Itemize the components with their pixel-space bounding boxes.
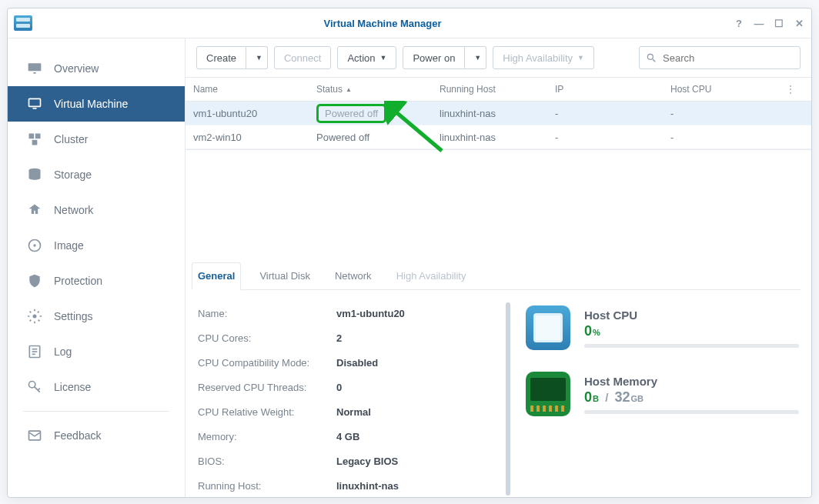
power-dropdown-toggle[interactable]: ▼ (465, 46, 486, 69)
metric-host-cpu: Host CPU 0% (526, 305, 799, 350)
metric-host-memory: Host Memory 0B / 32GB (526, 372, 799, 416)
create-dropdown-toggle[interactable]: ▼ (246, 46, 268, 69)
shield-icon (26, 272, 43, 289)
scrollbar[interactable] (506, 302, 510, 496)
metric-value: 0B / 32GB (584, 389, 799, 406)
create-button[interactable]: Create (196, 46, 246, 69)
table-header-row: Name Status Running Host IP Host CPU ⋮ (186, 78, 811, 102)
vm-table: Name Status Running Host IP Host CPU ⋮ v… (186, 77, 811, 150)
power-button-group: Power on ▼ (403, 46, 486, 69)
cell-name: vm1-ubuntu20 (193, 108, 316, 119)
sidebar: Overview Virtual Machine Cluster Storage… (8, 38, 186, 497)
log-icon (26, 343, 43, 360)
sidebar-item-feedback[interactable]: Feedback (8, 418, 185, 453)
tab-high-availability[interactable]: High Availability (395, 262, 468, 289)
toolbar: Create ▼ Connect Action▼ Power on ▼ High… (186, 38, 811, 77)
caret-down-icon: ▼ (256, 54, 262, 62)
value-memory: 4 GB (336, 431, 359, 442)
sidebar-item-license[interactable]: License (8, 369, 185, 405)
key-icon (26, 379, 43, 396)
metrics-panel: Host CPU 0% Host Memory (526, 301, 799, 497)
svg-rect-3 (33, 108, 37, 109)
sidebar-item-label: Settings (54, 310, 93, 322)
sidebar-item-storage[interactable]: Storage (8, 157, 185, 192)
action-button[interactable]: Action▼ (337, 46, 396, 69)
app-window: Virtual Machine Manager Overview Virtual… (7, 8, 812, 498)
sidebar-item-label: License (54, 381, 91, 393)
table-row[interactable]: vm1-ubuntu20 Powered off linuxhint-nas -… (186, 102, 811, 125)
sidebar-item-settings[interactable]: Settings (8, 299, 185, 334)
col-running-host[interactable]: Running Host (440, 84, 555, 95)
sidebar-item-label: Protection (54, 275, 102, 287)
value-bios: Legacy BIOS (336, 456, 398, 467)
maximize-button[interactable] (773, 18, 785, 29)
dashboard-icon (26, 60, 43, 77)
value-cpu-cores: 2 (336, 332, 342, 344)
value-reserved-threads: 0 (336, 382, 342, 393)
tab-general[interactable]: General (196, 262, 236, 289)
sidebar-item-label: Cluster (54, 133, 88, 145)
sidebar-item-log[interactable]: Log (8, 334, 185, 369)
sidebar-item-protection[interactable]: Protection (8, 263, 185, 299)
svg-rect-2 (29, 98, 41, 106)
col-status[interactable]: Status (316, 84, 440, 95)
value-running-host: linuxhint-nas (336, 480, 399, 492)
cluster-icon (26, 131, 43, 148)
label-name: Name: (198, 308, 336, 319)
divider (23, 411, 169, 412)
col-host-cpu[interactable]: Host CPU (670, 84, 786, 95)
search-icon (646, 52, 657, 63)
tab-network[interactable]: Network (333, 262, 373, 289)
svg-rect-1 (33, 72, 35, 74)
caret-down-icon: ▼ (474, 54, 481, 62)
col-ip[interactable]: IP (555, 84, 670, 95)
table-row[interactable]: vm2-win10 Powered off linuxhint-nas - - (186, 125, 811, 149)
titlebar: Virtual Machine Manager (8, 8, 811, 38)
sidebar-item-network[interactable]: Network (8, 192, 185, 228)
tab-virtual-disk[interactable]: Virtual Disk (258, 262, 312, 289)
cell-host-cpu: - (670, 108, 786, 119)
label-cpu-compat: CPU Compatibility Mode: (198, 357, 336, 369)
sidebar-item-label: Network (54, 204, 93, 216)
power-on-button[interactable]: Power on (403, 46, 465, 69)
help-button[interactable] (733, 18, 745, 29)
svg-point-9 (33, 244, 35, 246)
sidebar-item-virtual-machine[interactable]: Virtual Machine (8, 86, 185, 122)
close-button[interactable] (793, 18, 805, 29)
general-info: Name:vm1-ubuntu20 CPU Cores:2 CPU Compat… (198, 301, 490, 497)
value-cpu-weight: Normal (336, 406, 371, 418)
connect-button[interactable]: Connect (274, 46, 331, 69)
search-input[interactable] (661, 52, 794, 65)
sidebar-item-image[interactable]: Image (8, 228, 185, 263)
caret-down-icon: ▼ (577, 54, 584, 62)
disc-icon (26, 237, 43, 254)
network-icon (26, 202, 43, 219)
sidebar-item-cluster[interactable]: Cluster (8, 122, 185, 157)
window-controls (733, 18, 805, 29)
sidebar-item-overview[interactable]: Overview (8, 51, 185, 86)
minimize-button[interactable] (753, 18, 765, 29)
metric-title: Host CPU (584, 309, 799, 322)
details-panel: General Virtual Disk Network High Availa… (186, 258, 811, 497)
label-cpu-cores: CPU Cores: (198, 332, 336, 344)
label-running-host: Running Host: (198, 480, 336, 492)
svg-rect-5 (35, 134, 41, 139)
sidebar-item-label: Log (54, 345, 72, 358)
details-tabs: General Virtual Disk Network High Availa… (196, 258, 801, 290)
column-options-button[interactable]: ⋮ (786, 84, 801, 95)
progress-bar (584, 344, 799, 348)
cell-ip: - (555, 132, 670, 143)
search-field[interactable] (639, 46, 801, 69)
main-panel: Create ▼ Connect Action▼ Power on ▼ High… (186, 38, 811, 497)
cell-status: Powered off (316, 104, 440, 123)
svg-rect-4 (29, 134, 35, 139)
status-highlight: Powered off (316, 104, 386, 123)
svg-point-17 (647, 54, 653, 59)
sidebar-item-label: Image (54, 239, 84, 252)
high-availability-button[interactable]: High Availability▼ (493, 46, 594, 69)
memory-icon (526, 372, 570, 416)
col-name[interactable]: Name (193, 84, 316, 95)
sidebar-item-label: Overview (54, 62, 99, 75)
app-icon (14, 15, 32, 31)
sidebar-item-label: Feedback (54, 429, 101, 442)
